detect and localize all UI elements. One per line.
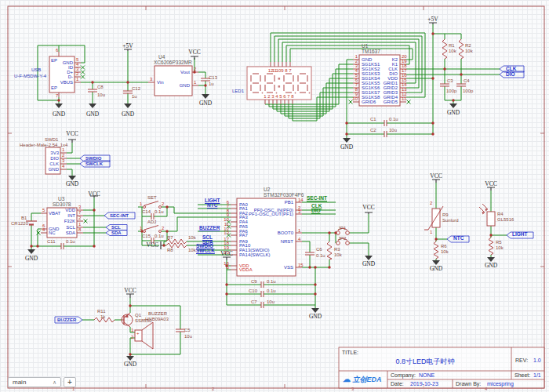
cap-c8 xyxy=(88,89,97,92)
speaker-symbol xyxy=(135,322,153,349)
schematic-drawing xyxy=(0,0,549,392)
resistor-r6 xyxy=(434,241,438,259)
cap-c6 xyxy=(305,252,314,255)
cap-c11 xyxy=(61,243,64,249)
photoresistor-r4 xyxy=(487,212,495,226)
cap-c13 xyxy=(201,78,210,81)
rtc-u3-sd3078 xyxy=(47,208,77,238)
usb-connector xyxy=(49,56,75,93)
cap-c15 xyxy=(151,238,154,244)
no-connect-marks xyxy=(37,66,411,238)
jumper-jp2 xyxy=(336,238,350,245)
resistor-r7 xyxy=(166,239,187,244)
component-bodies[interactable] xyxy=(45,55,495,276)
driver-u1-tm1637 xyxy=(359,55,400,106)
schematic-canvas[interactable]: USBU-F-M5DW-Y-4EPEPGNDIDD+D-VBUS6543217C… xyxy=(0,0,549,392)
resistor-r8 xyxy=(166,243,187,248)
v5-symbols xyxy=(124,23,437,51)
button-set xyxy=(144,201,162,209)
add-sheet-button[interactable]: + xyxy=(64,377,76,387)
cap-c4 xyxy=(456,84,466,86)
cap-c2 xyxy=(384,131,387,137)
resistor-r11 xyxy=(94,318,115,322)
resistor-r3 xyxy=(327,241,332,260)
sheet-tab-main[interactable]: main ∧ xyxy=(8,377,61,387)
jumper-jp1 xyxy=(336,228,350,234)
regulator-u4 xyxy=(155,66,192,96)
titleblock-title-label: TITLE: xyxy=(342,350,358,355)
resistor-r1 xyxy=(442,39,447,59)
chevron-up-icon[interactable]: ∧ xyxy=(53,379,56,386)
button-adj xyxy=(144,226,162,233)
resistor-r5 xyxy=(489,238,493,255)
titleblock-date-label: Date: xyxy=(391,381,404,387)
cap-c9 xyxy=(261,281,264,288)
titleblock-company-label: Company: xyxy=(391,372,416,378)
titleblock-rev-label: REV: xyxy=(515,358,528,363)
ldr-arrows xyxy=(479,204,488,212)
sheet-tab-label: main xyxy=(13,379,26,386)
titleblock-company: NONE xyxy=(419,372,434,378)
swd-header xyxy=(45,147,60,174)
mcu-u2-stm32 xyxy=(237,198,296,276)
titleblock-rev: 1.0 xyxy=(533,358,541,363)
cap-c12 xyxy=(123,91,133,93)
titleblock-date: 2019-10-23 xyxy=(410,381,438,387)
titleblock-title: 0.8寸LED电子时钟 xyxy=(395,357,454,367)
cap-c3 xyxy=(440,84,449,86)
titleblock-drawnby-label: Drawn By: xyxy=(456,381,481,387)
easyeda-logo: ☁ 立创EDA xyxy=(343,375,382,385)
titleblock-sheet: 1/1 xyxy=(533,372,541,378)
resistor-r2 xyxy=(459,39,464,59)
titleblock-drawnby: micespring xyxy=(487,381,514,387)
cap-c1 xyxy=(384,120,387,126)
cap-c14 xyxy=(151,213,154,220)
cloud-icon: ☁ xyxy=(343,375,351,383)
cap-c10 xyxy=(261,291,264,297)
titleblock-sheet-label: Sheet: xyxy=(514,372,530,378)
cap-c5 xyxy=(176,329,185,332)
sheet-frame xyxy=(8,6,544,388)
cap-c7 xyxy=(261,302,264,308)
